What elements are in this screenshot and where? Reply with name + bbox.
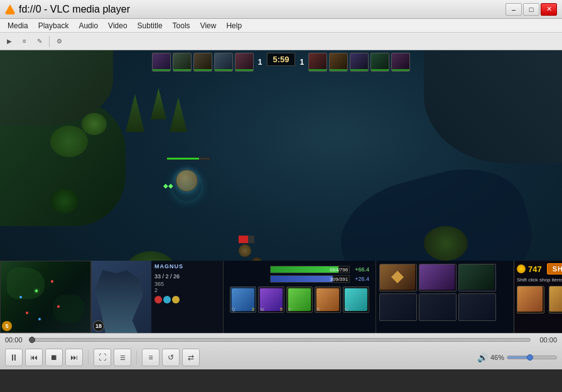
minimize-button[interactable]: – bbox=[505, 3, 522, 16]
ability-icon-d bbox=[345, 288, 367, 311]
ability-level-w: 5 bbox=[280, 307, 283, 312]
title-left: fd://0 - VLC media player bbox=[5, 4, 130, 15]
mp-bonus: +26.4 bbox=[355, 276, 369, 282]
ability-slot-w[interactable]: W 5 bbox=[258, 286, 284, 313]
ability-icon-r bbox=[316, 288, 339, 311]
hp-bonus: +66.4 bbox=[355, 266, 369, 273]
menu-audio[interactable]: Audio bbox=[73, 20, 103, 31]
menu-video[interactable]: Video bbox=[103, 20, 132, 31]
playlist-button[interactable]: ≡ bbox=[142, 349, 159, 366]
control-bar: 00:00 00:00 ⏸ ⏮ ⏹ ⏭ ⛶ ☰ ≡ ↺ bbox=[0, 333, 562, 369]
shop-item-2[interactable] bbox=[549, 286, 562, 313]
loop-button[interactable]: ↺ bbox=[162, 349, 180, 366]
menu-tools[interactable]: Tools bbox=[168, 20, 195, 31]
score-box: 5:59 bbox=[267, 53, 295, 66]
hp-bar-fill bbox=[271, 266, 338, 273]
mm-enemy-dot-2 bbox=[57, 305, 60, 308]
hud-bottom: 5 18 MAGNUS 33 / 2 / 26 365 2 bbox=[0, 261, 562, 333]
item-slot-1[interactable] bbox=[379, 264, 417, 291]
ability-hotkey-e: E bbox=[288, 307, 291, 312]
hp-bar: 684 / 796 bbox=[270, 266, 350, 273]
hero-icon-9 bbox=[370, 53, 389, 72]
ability-slot-r[interactable]: R bbox=[315, 286, 341, 313]
mp-bar: 309 / 391 bbox=[270, 275, 350, 283]
close-button[interactable]: ✕ bbox=[541, 3, 557, 16]
fullscreen-button[interactable]: ⛶ bbox=[94, 349, 111, 366]
toolbar-btn-3[interactable]: ✎ bbox=[33, 35, 46, 48]
menu-view[interactable]: View bbox=[195, 20, 222, 31]
shop-button[interactable]: SHOP bbox=[547, 263, 562, 275]
item-slot-2[interactable] bbox=[419, 264, 457, 291]
mm-level: 5 bbox=[2, 321, 12, 331]
ability-slot-d[interactable]: D bbox=[343, 286, 369, 313]
menu-playback[interactable]: Playback bbox=[33, 20, 74, 31]
hp-text: 684 / 796 bbox=[330, 266, 348, 273]
hero-name: MAGNUS bbox=[154, 263, 183, 270]
menu-subtitle[interactable]: Subtitle bbox=[132, 20, 168, 31]
team-left: 1 bbox=[152, 53, 262, 72]
hero-panel: 18 MAGNUS 33 / 2 / 26 365 2 bbox=[91, 261, 223, 333]
stop-button[interactable]: ⏹ bbox=[45, 349, 63, 366]
hero-icon-4 bbox=[214, 53, 233, 72]
maximize-button[interactable]: □ bbox=[523, 3, 539, 16]
vlc-icon bbox=[5, 4, 15, 14]
ability-icon-e bbox=[288, 288, 311, 311]
hp-icon bbox=[154, 296, 162, 303]
toolbar-separator bbox=[49, 36, 50, 47]
playback-row: ⏸ ⏮ ⏹ ⏭ ⛶ ☰ ≡ ↺ ⇄ 🔊 46% bbox=[0, 346, 562, 369]
score-time: 5:59 bbox=[273, 55, 289, 64]
volume-area: 🔊 46% bbox=[477, 352, 557, 362]
shop-button-wrapper: SHOP bbox=[547, 263, 562, 275]
volume-bar[interactable] bbox=[507, 356, 557, 359]
item-slot-6[interactable] bbox=[458, 293, 496, 321]
menu-media[interactable]: Media bbox=[3, 20, 33, 31]
window-title: fd://0 - VLC media player bbox=[19, 4, 130, 15]
volume-knob[interactable] bbox=[527, 354, 533, 361]
hero-portrait: 18 bbox=[92, 261, 151, 333]
ability-hotkey-d: D bbox=[345, 307, 348, 312]
team-right: 1 bbox=[300, 53, 411, 72]
item-slot-4[interactable] bbox=[379, 293, 417, 321]
gold-coin-icon bbox=[517, 264, 526, 273]
character-glow bbox=[173, 173, 201, 201]
toolbar-btn-2[interactable]: ≡ bbox=[18, 35, 31, 48]
minimap[interactable]: 5 bbox=[0, 261, 91, 333]
gold-icon-stat bbox=[172, 296, 180, 303]
title-controls: – □ ✕ bbox=[505, 3, 557, 16]
gold-amount: 747 bbox=[528, 264, 542, 274]
character-area: ◆◆ bbox=[176, 170, 198, 192]
hero-level: 18 bbox=[93, 320, 104, 332]
ability-slot-q[interactable]: Q 3 bbox=[230, 286, 256, 313]
char-health-bar-bg bbox=[166, 157, 210, 160]
move-arrows: ◆◆ bbox=[163, 182, 173, 189]
hero-icon-10 bbox=[391, 53, 410, 72]
pb-sep-2 bbox=[136, 351, 137, 364]
toolbar-btn-4[interactable]: ⚙ bbox=[52, 35, 66, 48]
shop-item-1[interactable] bbox=[517, 286, 544, 313]
progress-bar[interactable] bbox=[31, 338, 531, 342]
enemy-area bbox=[239, 236, 254, 257]
menu-help[interactable]: Help bbox=[221, 20, 247, 31]
play-pause-button[interactable]: ⏸ bbox=[5, 349, 23, 366]
ability-slot-e[interactable]: E bbox=[286, 286, 313, 313]
item-slot-5[interactable] bbox=[419, 293, 457, 321]
timeline-row: 00:00 00:00 bbox=[0, 334, 562, 346]
foliage-1 bbox=[50, 126, 88, 157]
toolbar-btn-1[interactable]: ▶ bbox=[3, 35, 16, 48]
shop-tooltip: Shift click shop items to set Quick Buy bbox=[517, 277, 562, 283]
shop-panel: 747 SHOP Shift click shop items to set Q… bbox=[514, 261, 562, 333]
prev-button[interactable]: ⏮ bbox=[25, 349, 43, 366]
progress-knob[interactable] bbox=[29, 337, 35, 343]
health-mana-area: 684 / 796 +66.4 309 / 391 +26.4 bbox=[224, 261, 376, 285]
random-button[interactable]: ⇄ bbox=[182, 349, 200, 366]
hud-top: 1 5:59 1 bbox=[0, 50, 562, 85]
next-button[interactable]: ⏭ bbox=[65, 349, 83, 366]
item-slot-3[interactable] bbox=[458, 264, 496, 291]
ability-row: Q 3 W 5 E R D bbox=[224, 285, 376, 314]
ability-hotkey-q: Q bbox=[232, 307, 235, 312]
score-right: 1 bbox=[300, 58, 305, 67]
ability-hotkey-w: W bbox=[260, 307, 264, 312]
extended-settings-button[interactable]: ☰ bbox=[114, 349, 131, 366]
video-area[interactable]: ◆◆ 1 5:59 1 bbox=[0, 50, 562, 333]
hero-kills-stat: 33 / 2 / 26 bbox=[154, 273, 180, 280]
